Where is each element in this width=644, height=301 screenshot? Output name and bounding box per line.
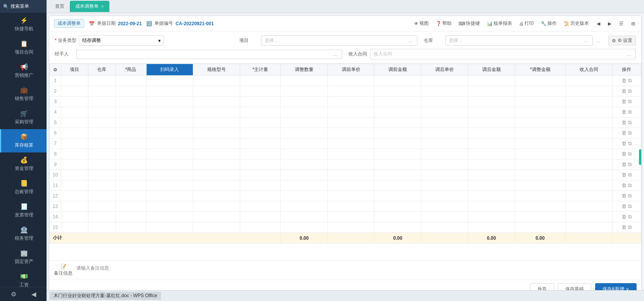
cell-2[interactable]	[115, 97, 146, 107]
row-copy-btn[interactable]: ⧉	[628, 99, 632, 105]
cell-9[interactable]	[421, 159, 468, 170]
sidebar-item-sales-promotion[interactable]: 📢营销推广	[0, 59, 47, 83]
cell-11[interactable]	[515, 138, 566, 149]
cell-10[interactable]	[468, 118, 515, 128]
cell-6[interactable]	[281, 86, 328, 97]
handler-dots[interactable]: ...	[332, 52, 339, 57]
sidebar-item-project-contract[interactable]: 📋项目合同	[0, 36, 47, 59]
cell-3[interactable]	[146, 222, 193, 233]
cell-0[interactable]	[61, 138, 88, 149]
cell-6[interactable]	[281, 118, 328, 128]
cell-1[interactable]	[88, 180, 115, 191]
cell-7[interactable]	[327, 76, 374, 86]
cell-11[interactable]	[515, 201, 566, 212]
cell-11[interactable]	[515, 128, 566, 138]
cell-4[interactable]	[193, 159, 240, 170]
handler-select[interactable]: ...	[76, 50, 342, 59]
cell-0[interactable]	[61, 191, 88, 201]
cell-10[interactable]	[468, 180, 515, 191]
cell-0[interactable]	[61, 107, 88, 118]
cell-0[interactable]	[61, 128, 88, 138]
cell-7[interactable]	[327, 97, 374, 107]
cell-1[interactable]	[88, 86, 115, 97]
cell-2[interactable]	[115, 159, 146, 170]
cell-1[interactable]	[88, 212, 115, 222]
revenue-contract-select[interactable]: 收入合同 ...	[370, 49, 636, 59]
cell-1[interactable]	[88, 107, 115, 118]
cell-11[interactable]	[515, 97, 566, 107]
cell-3[interactable]	[146, 149, 193, 159]
revenue-contract-dots[interactable]: ...	[625, 52, 632, 57]
cell-2[interactable]	[115, 149, 146, 159]
row-copy-btn[interactable]: ⧉	[628, 119, 632, 126]
row-delete-btn[interactable]: 🗑	[621, 88, 627, 94]
project-select[interactable]: 选择... ...	[261, 35, 418, 46]
cell-6[interactable]	[281, 191, 328, 201]
cell-12[interactable]	[566, 76, 613, 86]
cell-5[interactable]	[240, 191, 280, 201]
cell-10[interactable]	[468, 159, 515, 170]
row-delete-btn[interactable]: 🗑	[621, 161, 627, 168]
cell-7[interactable]	[327, 128, 374, 138]
row-copy-btn[interactable]: ⧉	[628, 214, 632, 220]
row-copy-btn[interactable]: ⧉	[628, 182, 632, 189]
cell-7[interactable]	[327, 180, 374, 191]
cell-5[interactable]	[240, 86, 280, 97]
cell-3[interactable]	[146, 201, 193, 212]
cell-12[interactable]	[566, 222, 613, 233]
cell-0[interactable]	[61, 149, 88, 159]
cell-8[interactable]	[374, 191, 421, 201]
cell-10[interactable]	[468, 212, 515, 222]
cell-8[interactable]	[374, 170, 421, 180]
sidebar-item-salary[interactable]: 💵工资	[0, 269, 47, 287]
cell-5[interactable]	[240, 118, 280, 128]
tab-home[interactable]: 首页	[50, 1, 70, 12]
row-delete-btn[interactable]: 🗑	[621, 182, 627, 189]
cell-11[interactable]	[515, 180, 566, 191]
cell-8[interactable]	[374, 149, 421, 159]
row-delete-btn[interactable]: 🗑	[621, 109, 627, 115]
cell-0[interactable]	[61, 170, 88, 180]
tab-close-cost-adjustment[interactable]: ✕	[101, 4, 104, 9]
row-delete-btn[interactable]: 🗑	[621, 151, 627, 157]
cell-12[interactable]	[566, 138, 613, 149]
cell-0[interactable]	[61, 180, 88, 191]
cell-3[interactable]	[146, 128, 193, 138]
row-delete-btn[interactable]: 🗑	[621, 224, 627, 230]
cell-4[interactable]	[193, 97, 240, 107]
cell-4[interactable]	[193, 76, 240, 86]
action-operation[interactable]: 🔧操作	[539, 19, 558, 28]
cell-8[interactable]	[374, 97, 421, 107]
cell-0[interactable]	[61, 118, 88, 128]
cell-1[interactable]	[88, 159, 115, 170]
cell-2[interactable]	[115, 76, 146, 86]
project-dots[interactable]: ...	[407, 38, 414, 43]
cell-1[interactable]	[88, 222, 115, 233]
collapse-icon[interactable]: ◀	[31, 291, 36, 298]
cell-9[interactable]	[421, 107, 468, 118]
cell-6[interactable]	[281, 170, 328, 180]
cell-11[interactable]	[515, 212, 566, 222]
cell-5[interactable]	[240, 138, 280, 149]
cell-10[interactable]	[468, 222, 515, 233]
cell-2[interactable]	[115, 180, 146, 191]
cell-0[interactable]	[61, 97, 88, 107]
cell-1[interactable]	[88, 76, 115, 86]
cell-1[interactable]	[88, 191, 115, 201]
cell-5[interactable]	[240, 212, 280, 222]
cell-11[interactable]	[515, 118, 566, 128]
action-list-view[interactable]: ☰	[617, 20, 625, 27]
warehouse-select[interactable]: 选择... ...	[445, 35, 593, 46]
cell-1[interactable]	[88, 118, 115, 128]
action-audit[interactable]: 📊核单报表	[485, 19, 514, 28]
cell-12[interactable]	[566, 86, 613, 97]
cell-9[interactable]	[421, 138, 468, 149]
cell-8[interactable]	[374, 118, 421, 128]
cell-4[interactable]	[193, 222, 240, 233]
cell-10[interactable]	[468, 201, 515, 212]
cell-8[interactable]	[374, 138, 421, 149]
cell-9[interactable]	[421, 212, 468, 222]
row-copy-btn[interactable]: ⧉	[628, 109, 632, 115]
cell-6[interactable]	[281, 107, 328, 118]
cell-2[interactable]	[115, 107, 146, 118]
